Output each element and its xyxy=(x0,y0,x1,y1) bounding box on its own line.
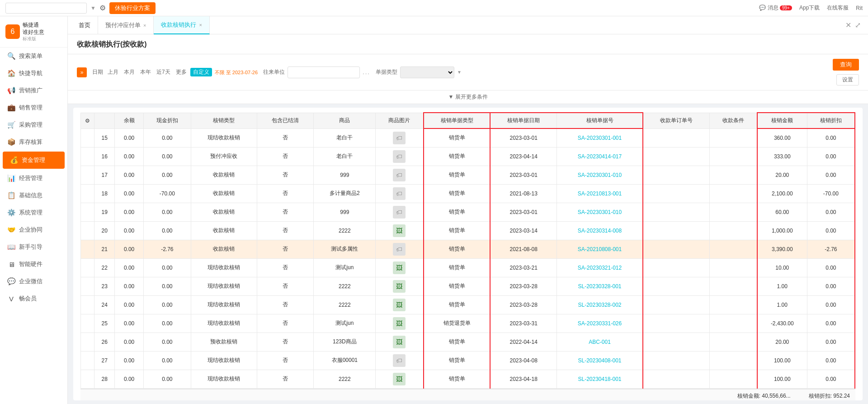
sidebar-item-guide[interactable]: 📖新手引导 xyxy=(0,238,67,256)
cell-cash-discount: 0.00 xyxy=(143,370,191,388)
cell-collect-condition xyxy=(709,221,757,240)
online-service[interactable]: 在线客服 xyxy=(827,4,849,12)
cell-product: 老白干 xyxy=(314,128,376,147)
gear-icon[interactable]: ⚙ xyxy=(99,4,106,12)
enterprise-icon: 🤝 xyxy=(7,226,15,234)
sidebar-item-finance[interactable]: 💰资金管理 xyxy=(3,152,65,169)
sidebar-item-quicknav[interactable]: 🏠快捷导航 xyxy=(0,65,67,82)
date-opt-this-year[interactable]: 本年 xyxy=(138,68,153,76)
cell-product: 测试多属性 xyxy=(314,240,376,258)
cell-collect-order-no xyxy=(643,128,709,147)
expand-icon[interactable]: ⤢ xyxy=(855,21,861,29)
cancel-bill-link[interactable]: ABC-001 xyxy=(589,339,611,345)
cell-cancel-type: 预收款核销 xyxy=(191,333,257,351)
sidebar-item-marketing[interactable]: 📢营销推广 xyxy=(0,82,67,99)
member-icon: V xyxy=(7,295,15,303)
cell-settings xyxy=(81,128,94,147)
cell-product: 测试jun xyxy=(314,258,376,277)
date-opt-this-month[interactable]: 本月 xyxy=(122,68,137,76)
cell-cancel-bill-no: SA-20230414-017 xyxy=(557,147,643,166)
cell-cancel-bill-type: 销货单 xyxy=(424,128,491,147)
cell-cancel-bill-date: 2023-03-28 xyxy=(490,277,557,295)
cell-included: 否 xyxy=(257,184,313,203)
sidebar-item-operations[interactable]: 📊经营管理 xyxy=(0,170,67,187)
sidebar-item-system[interactable]: ⚙️系统管理 xyxy=(0,204,67,221)
dots-icon[interactable]: ... xyxy=(363,69,370,76)
tab-close-collection[interactable]: × xyxy=(199,22,202,28)
tab-prepay[interactable]: 预付冲应付单 × xyxy=(98,16,154,34)
cancel-bill-link[interactable]: SA-20230301-001 xyxy=(578,135,622,141)
sidebar-item-member[interactable]: V畅会员 xyxy=(0,290,67,307)
sidebar-item-purchase[interactable]: 🛒采购管理 xyxy=(0,116,67,133)
setting-button[interactable]: 设置 xyxy=(836,74,859,86)
col-header-settings[interactable]: ⚙ xyxy=(81,113,94,128)
receipt-type-select[interactable] xyxy=(400,67,454,78)
main-content: 首页预付冲应付单 ×收款核销执行 × ✕ ⤢ 收款核销执行(按收款) ⬆ 导出 … xyxy=(68,16,868,404)
sidebar-item-wechat[interactable]: 💬企业微信 xyxy=(0,273,67,290)
sidebar-item-basic[interactable]: 📋基础信息 xyxy=(0,187,67,204)
date-opt-custom[interactable]: 自定义 xyxy=(190,68,212,76)
cancel-bill-link[interactable]: SA-20230321-012 xyxy=(578,265,622,271)
cell-cancel-bill-type: 销货单 xyxy=(424,203,491,221)
partner-filter-group: 往来单位 ... xyxy=(263,67,370,78)
data-table: ⚙ 余额 现金折扣 核销类型 包含已结清 商品 商品图片 核销单据类型 核销单据… xyxy=(80,112,855,389)
cell-product-image: 🖼 xyxy=(376,295,424,314)
chevron-down-icon: ▼ xyxy=(90,5,96,11)
app-download[interactable]: App下载 xyxy=(799,4,820,12)
col-header-balance: 余额 xyxy=(115,113,144,128)
query-button[interactable]: 查询 xyxy=(833,59,859,71)
cell-cancel-type: 现结收款核销 xyxy=(191,128,257,147)
sidebar-item-search[interactable]: 🔍搜索菜单 xyxy=(0,48,67,65)
partner-label: 往来单位 xyxy=(263,68,285,76)
cancel-bill-link[interactable]: SA-20230314-008 xyxy=(578,228,622,234)
cell-settings xyxy=(81,184,94,203)
date-opt-more[interactable]: 更多 xyxy=(174,68,189,76)
sidebar-item-inventory[interactable]: 📦库存核算 xyxy=(0,133,67,151)
partner-input[interactable] xyxy=(288,67,360,78)
sidebar-item-enterprise[interactable]: 🤝企业协同 xyxy=(0,221,67,238)
tab-close-prepay[interactable]: × xyxy=(143,23,146,28)
top-bar-right: 💬 消息 99+ App下载 在线客服 Rit xyxy=(759,4,863,12)
cancel-bill-link[interactable]: SA-20230301-010 xyxy=(578,172,622,178)
cell-collect-order-no xyxy=(643,295,709,314)
cell-cancel-bill-date: 2022-04-14 xyxy=(490,333,557,351)
cell-cancel-bill-date: 2023-04-08 xyxy=(490,351,557,370)
cancel-bill-link[interactable]: SL-20230418-001 xyxy=(578,376,621,382)
sidebar-item-sales[interactable]: 💼销售管理 xyxy=(0,99,67,116)
filter-expand-button[interactable]: » xyxy=(77,67,87,77)
date-range: 不限 至 2023-07-26 xyxy=(215,69,258,76)
expand-more-button[interactable]: ▼ 展开更多条件 xyxy=(448,94,487,100)
sidebar-item-hardware[interactable]: 🖥智能硬件 xyxy=(0,256,67,273)
cell-cancel-bill-type: 销货单 xyxy=(424,333,491,351)
cancel-bill-link[interactable]: SL-20230408-001 xyxy=(578,357,621,364)
tab-collection[interactable]: 收款核销执行 × xyxy=(154,16,209,34)
cell-product: 2222 xyxy=(314,221,376,240)
date-opt-7days[interactable]: 近7天 xyxy=(155,68,172,76)
tab-home[interactable]: 首页 xyxy=(71,16,98,34)
cancel-bill-link[interactable]: SL-20230328-002 xyxy=(578,302,621,308)
product-image-placeholder: 🏷 xyxy=(393,354,406,367)
cell-seq: 28 xyxy=(94,370,115,388)
message-area[interactable]: 💬 消息 99+ xyxy=(759,4,792,12)
filter-bar: » 日期 上月 本月 本年 近7天 更多 自定义 不限 至 2023-07-26… xyxy=(68,54,868,90)
cancel-bill-link[interactable]: SA-20210813-001 xyxy=(578,190,622,197)
cancel-bill-link[interactable]: SA-20210808-001 xyxy=(578,246,622,252)
cancel-bill-link[interactable]: SA-20230301-010 xyxy=(578,209,622,215)
expand-more-icon: ▼ xyxy=(448,94,453,100)
sidebar-item-label-inventory: 库存核算 xyxy=(19,138,42,146)
industry-btn[interactable]: 休验行业方案 xyxy=(109,2,156,14)
date-opt-last-month[interactable]: 上月 xyxy=(106,68,120,76)
cell-settings xyxy=(81,370,94,388)
cancel-bill-link[interactable]: SA-20230331-026 xyxy=(578,320,622,327)
cell-cancel-type: 收款核销 xyxy=(191,203,257,221)
col-header-cancel-type: 核销类型 xyxy=(191,113,257,128)
cancel-bill-link[interactable]: SA-20230414-017 xyxy=(578,153,622,160)
cell-included: 否 xyxy=(257,258,313,277)
cell-cancel-bill-no: SL-20230328-001 xyxy=(557,277,643,295)
cell-product: 测试jun xyxy=(314,314,376,333)
search-input[interactable] xyxy=(5,3,87,14)
cell-product-image: 🏷 xyxy=(376,184,424,203)
logo-text: 畅捷通 谁好生意 标准版 xyxy=(23,22,44,42)
close-tab-icon[interactable]: ✕ xyxy=(845,21,851,29)
cancel-bill-link[interactable]: SL-20230328-001 xyxy=(578,283,621,290)
